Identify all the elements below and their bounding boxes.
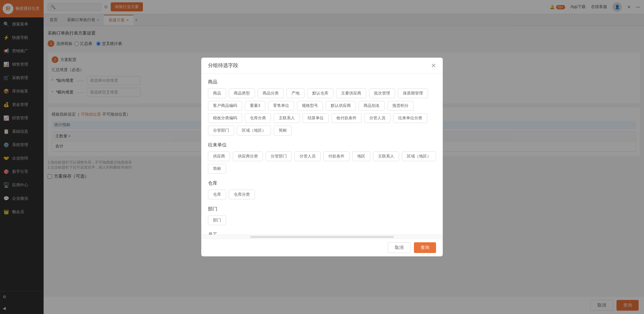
field-tag[interactable]: 结算单位 (303, 113, 329, 123)
field-tag[interactable]: 默认供应商 (326, 101, 356, 111)
field-tag[interactable]: 分管人员 (364, 113, 390, 123)
field-group-product: 商品 商品 商品类型 商品分类 产地 默认仓库 主要供应商 批次管理 保质期管理… (208, 79, 436, 135)
field-tag[interactable]: 批次管理 (369, 88, 395, 98)
field-tag[interactable]: 区域（地区） (237, 126, 271, 135)
field-tag[interactable]: 零售单位 (268, 101, 294, 111)
field-tag[interactable]: 产地 (286, 88, 305, 98)
field-tag[interactable]: 简称 (274, 126, 292, 135)
field-tag[interactable]: 主联系人 (373, 151, 399, 161)
field-group-partner: 往来单位 供应商 供应商分类 分管部门 分管人员 付款条件 地区 主联系人 区域… (208, 142, 436, 174)
field-tag[interactable]: 仓库分类 (245, 113, 271, 123)
modal-close-btn[interactable]: ✕ (431, 63, 436, 69)
field-tag[interactable]: 规格型号 (297, 101, 323, 111)
field-tag[interactable]: 商品分类 (258, 88, 284, 98)
field-group-employee-title: 员工 (208, 232, 436, 235)
modal-footer: 取消 查询 (201, 239, 443, 256)
field-tag[interactable]: 主要供应商 (336, 88, 366, 98)
field-tag[interactable]: 分管部门 (266, 151, 292, 161)
field-tag[interactable]: 重量3 (245, 101, 265, 111)
field-tag[interactable]: 客户商品编码 (208, 101, 242, 111)
modal: 分组待选字段 ✕ 商品 商品 商品类型 商品分类 产地 默认仓库 主要供应商 批… (201, 58, 443, 256)
field-tag[interactable]: 主联系人 (274, 113, 300, 123)
field-group-product-title: 商品 (208, 79, 436, 85)
field-tag[interactable]: 收付款条件 (331, 113, 362, 123)
field-tag[interactable]: 付款条件 (323, 151, 350, 161)
field-tag[interactable]: 商品 (208, 88, 226, 98)
field-group-employee: 员工 业务员 (208, 232, 436, 235)
modal-hscroll[interactable] (201, 235, 443, 239)
field-tag[interactable]: 商品别名 (359, 101, 385, 111)
modal-cancel-btn[interactable]: 取消 (388, 242, 411, 253)
field-tag[interactable]: 商品类型 (229, 88, 255, 98)
field-tags-partner: 供应商 供应商分类 分管部门 分管人员 付款条件 地区 主联系人 区域（地区） … (208, 151, 436, 174)
field-tag[interactable]: 分管人员 (294, 151, 321, 161)
field-group-warehouse-title: 仓库 (208, 180, 436, 186)
field-tags-warehouse: 仓库 仓库分类 (208, 190, 436, 199)
modal-header: 分组待选字段 ✕ (201, 58, 443, 74)
field-tag[interactable]: 区域（地区） (402, 151, 436, 161)
field-tag[interactable]: 拣货积分 (387, 101, 414, 111)
field-tags-department: 部门 (208, 215, 436, 225)
field-group-department-title: 部门 (208, 206, 436, 212)
field-group-department: 部门 部门 (208, 206, 436, 225)
field-tag[interactable]: 供应商 (208, 151, 230, 161)
field-tag[interactable]: 仓库分类 (229, 190, 255, 199)
field-tag[interactable]: 往来单位分类 (393, 113, 427, 123)
field-tags-product: 商品 商品类型 商品分类 产地 默认仓库 主要供应商 批次管理 保质期管理 客户… (208, 88, 436, 135)
field-tag[interactable]: 分管部门 (208, 126, 234, 135)
field-tag[interactable]: 部门 (208, 215, 226, 225)
field-group-partner-title: 往来单位 (208, 142, 436, 148)
modal-overlay: 分组待选字段 ✕ 商品 商品 商品类型 商品分类 产地 默认仓库 主要供应商 批… (0, 0, 644, 314)
modal-title: 分组待选字段 (208, 62, 238, 69)
field-tag[interactable]: 保质期管理 (398, 88, 428, 98)
modal-body[interactable]: 商品 商品 商品类型 商品分类 产地 默认仓库 主要供应商 批次管理 保质期管理… (201, 74, 443, 235)
field-tag[interactable]: 简称 (208, 164, 226, 174)
field-tag[interactable]: 税收分类编码 (208, 113, 242, 123)
field-group-warehouse: 仓库 仓库 仓库分类 (208, 180, 436, 199)
field-tag[interactable]: 供应商分类 (233, 151, 263, 161)
field-tag[interactable]: 地区 (352, 151, 370, 161)
field-tag[interactable]: 仓库 (208, 190, 226, 199)
field-tag[interactable]: 默认仓库 (307, 88, 333, 98)
modal-confirm-btn[interactable]: 查询 (414, 242, 436, 253)
